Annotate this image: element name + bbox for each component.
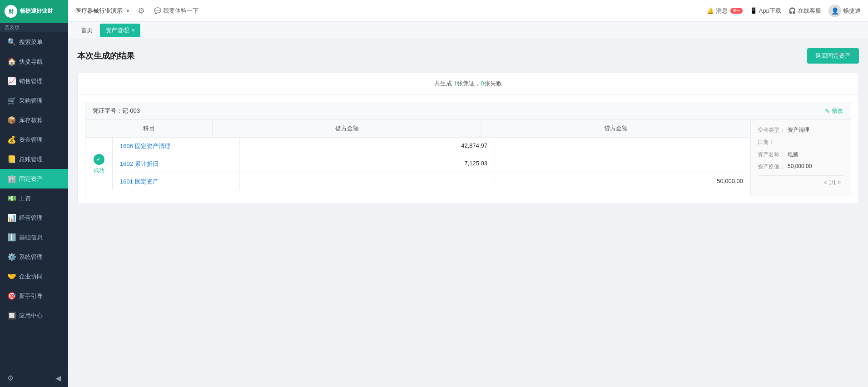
voucher-id: 凭证字号：记-003 — [93, 107, 140, 115]
sidebar-footer: ⚙ ◀ — [0, 369, 68, 387]
user-menu[interactable]: 👤 畅捷通 — [828, 5, 861, 17]
collapse-icon[interactable]: ◀ — [55, 374, 61, 382]
subject-link-3[interactable]: 1601 固定资产 — [120, 178, 159, 185]
topbar: 医疗器械行业演示 ▼ ⚙ 💬 我要体验一下 🔔 消息 99+ 📱 App下载 🎧… — [68, 0, 868, 22]
sidebar-item-label: 应用中心 — [19, 312, 43, 320]
success-circle: ✓ — [94, 154, 104, 165]
credit-1 — [495, 138, 750, 155]
sidebar-item-quick-nav[interactable]: 🏠 快捷导航 — [0, 52, 68, 71]
close-panel-button[interactable]: ✕ — [833, 48, 844, 59]
app-version: 普及版 — [0, 23, 68, 32]
service-label: 在线客服 — [798, 7, 821, 15]
app-logo: 财 畅捷通好业财 — [0, 0, 68, 23]
sidebar-item-label: 销售管理 — [19, 77, 43, 85]
settings-footer-icon[interactable]: ⚙ — [7, 374, 14, 382]
sidebar-item-label: 快捷导航 — [19, 58, 43, 66]
sidebar-item-guide[interactable]: 🎯 新手引导 — [0, 286, 68, 306]
sidebar-item-label: 资金管理 — [19, 136, 43, 144]
settings-button[interactable]: ⚙ — [138, 6, 145, 16]
credit-3: 50,000.00 — [495, 173, 750, 190]
sidebar: 财 畅捷通好业财 普及版 🔍 搜索菜单 🏠 快捷导航 📈 销售管理 🛒 采购管理… — [0, 0, 68, 387]
sidebar-item-purchase[interactable]: 🛒 采购管理 — [0, 91, 68, 110]
asset-value-value: 50,000.00 — [788, 163, 812, 171]
topbar-right: 🔔 消息 99+ 📱 App下载 🎧 在线客服 👤 畅捷通 — [707, 5, 861, 17]
ledger-icon: 📒 — [7, 155, 15, 164]
voucher-block: 凭证字号：记-003 ✎ 修改 科目 借方金额 贷方金额 — [85, 102, 851, 196]
voucher-count: 1 — [454, 80, 457, 87]
sidebar-item-system[interactable]: ⚙️ 系统管理 — [0, 247, 68, 267]
service-icon: 🎧 — [789, 7, 796, 14]
message-button[interactable]: 🔔 消息 99+ — [707, 7, 743, 15]
guide-icon: 🎯 — [7, 292, 15, 300]
edit-icon: ✎ — [825, 108, 830, 114]
user-avatar: 👤 — [828, 5, 841, 17]
sidebar-item-label: 新手引导 — [19, 292, 43, 300]
sidebar-item-sales[interactable]: 📈 销售管理 — [0, 71, 68, 91]
trial-button[interactable]: 💬 我要体验一下 — [154, 7, 198, 15]
debit-1: 42,874.97 — [240, 138, 495, 155]
subject-link-1[interactable]: 1606 固定资产清理 — [120, 143, 170, 149]
voucher-header: 凭证字号：记-003 ✎ 修改 — [85, 102, 851, 120]
debit-2: 7,125.03 — [240, 155, 495, 173]
sidebar-nav: 🔍 搜索菜单 🏠 快捷导航 📈 销售管理 🛒 采购管理 📦 库存核算 💰 资金管… — [0, 32, 68, 369]
logo-text: 畅捷通好业财 — [20, 8, 53, 15]
sidebar-item-operations[interactable]: 📊 经营管理 — [0, 208, 68, 228]
app-download-button[interactable]: 📱 App下载 — [750, 7, 781, 15]
asset-name-value: 电脑 — [788, 151, 799, 159]
date-row: 日期： — [758, 139, 844, 146]
customer-service-button[interactable]: 🎧 在线客服 — [789, 7, 821, 15]
col-credit: 贷方金额 — [481, 120, 750, 137]
pagination-next[interactable]: > — [838, 179, 841, 186]
fail-count: 0 — [481, 80, 484, 87]
table-rows: 1606 固定资产清理 42,874.97 1602 累计折旧 7, — [113, 138, 750, 190]
edit-label: 修改 — [832, 107, 843, 115]
result-container: 共生成 1张凭证，0张失败 凭证字号：记-003 ✎ 修改 科目 借方金额 — [77, 73, 859, 204]
tab-home[interactable]: 首页 — [75, 24, 98, 37]
enterprise-icon: 🤝 — [7, 272, 15, 281]
change-type-value: 资产清理 — [788, 126, 809, 134]
company-selector[interactable]: 医疗器械行业演示 ▼ — [75, 7, 130, 15]
operations-icon: 📊 — [7, 213, 15, 222]
close-tab-icon[interactable]: × — [132, 27, 135, 34]
subject-link-2[interactable]: 1602 累计折旧 — [120, 160, 159, 167]
success-indicator: ✓ 成功 — [85, 138, 113, 190]
col-subject: 科目 — [85, 120, 213, 137]
pagination-prev[interactable]: < — [824, 179, 827, 186]
sidebar-item-label: 经营管理 — [19, 214, 43, 222]
sidebar-item-app-center[interactable]: 🔲 应用中心 — [0, 306, 68, 325]
edit-voucher-button[interactable]: ✎ 修改 — [825, 107, 843, 115]
sidebar-item-fixed-assets[interactable]: 🏢 固定资产 — [0, 169, 68, 189]
app-center-icon: 🔲 — [7, 311, 15, 320]
tab-active-label: 资产管理 — [105, 26, 129, 35]
asset-value-label: 资产原值： — [758, 163, 785, 171]
page-title: 本次生成的结果 — [77, 50, 134, 61]
sidebar-item-label: 固定资产 — [19, 175, 43, 183]
sidebar-item-label: 采购管理 — [19, 97, 43, 105]
company-name: 医疗器械行业演示 — [75, 7, 123, 15]
app-download-label: App下载 — [759, 7, 781, 15]
side-pagination: < 1/1 > — [758, 175, 844, 189]
inventory-icon: 📦 — [7, 116, 15, 124]
app-download-icon: 📱 — [750, 7, 757, 14]
table-row-wrapper: ✓ 成功 1606 固定资产清理 42,874.97 — [85, 138, 750, 190]
change-type-label: 变动类型： — [758, 126, 785, 134]
table-row: 1602 累计折旧 7,125.03 — [113, 155, 750, 173]
date-label: 日期： — [758, 139, 774, 146]
sidebar-item-enterprise[interactable]: 🤝 企业协同 — [0, 267, 68, 286]
sidebar-item-funds[interactable]: 💰 资金管理 — [0, 130, 68, 149]
voucher-table: 科目 借方金额 贷方金额 ✓ 成功 — [85, 120, 751, 196]
sidebar-item-ledger[interactable]: 📒 总账管理 — [0, 149, 68, 169]
sidebar-item-basic-info[interactable]: ℹ️ 基础信息 — [0, 228, 68, 247]
sidebar-item-inventory[interactable]: 📦 库存核算 — [0, 110, 68, 130]
change-type-row: 变动类型： 资产清理 — [758, 126, 844, 134]
asset-value-row: 资产原值： 50,000.00 — [758, 163, 844, 171]
debit-3 — [240, 173, 495, 190]
success-text: 成功 — [94, 167, 104, 174]
expand-panel-button[interactable]: ⛶ — [848, 48, 859, 59]
tab-asset-management[interactable]: 资产管理 × — [100, 24, 140, 37]
payroll-icon: 💵 — [7, 194, 15, 203]
page-content: ✕ ⛶ 本次生成的结果 返回固定资产 共生成 1张凭证，0张失败 凭证字号：记-… — [68, 39, 868, 387]
table-row: 1606 固定资产清理 42,874.97 — [113, 138, 750, 155]
sidebar-item-search[interactable]: 🔍 搜索菜单 — [0, 32, 68, 52]
sidebar-item-payroll[interactable]: 💵 工资 — [0, 189, 68, 208]
